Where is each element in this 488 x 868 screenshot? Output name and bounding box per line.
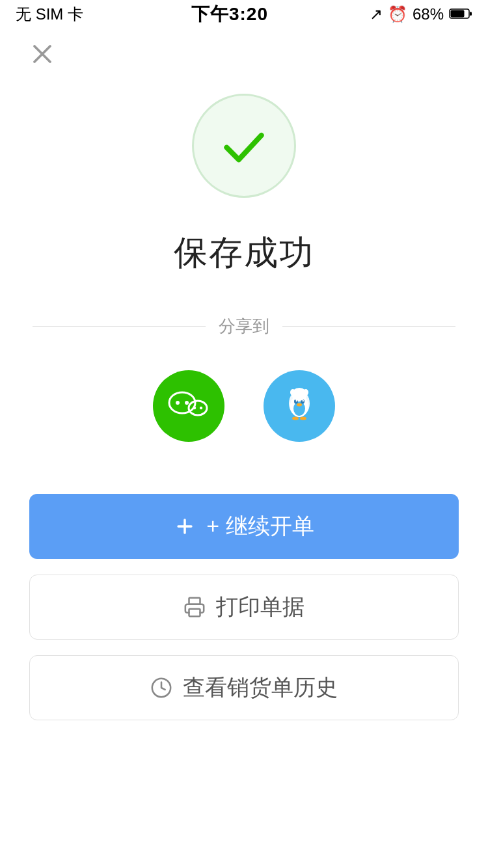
svg-point-7 — [176, 401, 180, 405]
location-icon: ↗ — [370, 5, 383, 23]
svg-rect-28 — [189, 609, 200, 616]
share-divider: 分享到 — [0, 315, 488, 338]
print-label: 打印单据 — [216, 592, 305, 622]
success-title: 保存成功 — [174, 230, 314, 276]
print-button[interactable]: 打印单据 — [29, 575, 459, 640]
share-section: 分享到 — [0, 315, 488, 442]
action-buttons: + 继续开单 打印单据 查看销货单历史 — [29, 494, 459, 720]
svg-point-21 — [300, 417, 306, 420]
svg-point-8 — [185, 401, 189, 405]
continue-button[interactable]: + 继续开单 — [29, 494, 459, 559]
status-time: 下午3:20 — [191, 2, 268, 27]
svg-point-6 — [189, 401, 207, 415]
wechat-share-button[interactable] — [153, 370, 224, 442]
status-right: ↗ ⏰ 68% — [370, 5, 472, 23]
svg-point-18 — [303, 400, 304, 401]
svg-point-19 — [297, 403, 302, 407]
svg-rect-1 — [450, 10, 464, 18]
svg-point-10 — [200, 407, 202, 409]
svg-point-20 — [292, 417, 299, 420]
svg-point-9 — [193, 407, 196, 409]
alarm-icon: ⏰ — [388, 5, 407, 23]
no-sim-label: 无 SIM 卡 — [16, 4, 83, 25]
svg-point-23 — [290, 389, 295, 396]
status-bar: 无 SIM 卡 下午3:20 ↗ ⏰ 68% — [0, 0, 488, 29]
battery-icon — [449, 5, 472, 23]
status-left: 无 SIM 卡 — [16, 4, 90, 25]
main-content: 保存成功 分享到 — [0, 29, 488, 720]
history-label: 查看销货单历史 — [183, 673, 338, 703]
history-button[interactable]: 查看销货单历史 — [29, 655, 459, 720]
battery-label: 68% — [413, 5, 444, 23]
share-icons — [153, 370, 335, 442]
svg-point-24 — [303, 389, 308, 396]
qq-share-button[interactable] — [264, 370, 335, 442]
share-label: 分享到 — [206, 315, 282, 338]
success-circle — [192, 94, 296, 198]
svg-rect-27 — [189, 598, 200, 604]
continue-label: + 继续开单 — [206, 511, 314, 541]
svg-rect-2 — [470, 12, 472, 16]
close-button[interactable] — [26, 38, 59, 70]
